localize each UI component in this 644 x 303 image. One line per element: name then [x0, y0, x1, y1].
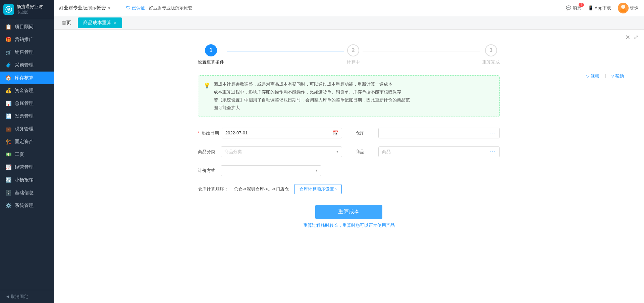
sidebar-item-tax[interactable]: 💼税务管理 [0, 123, 54, 135]
invoice-icon: 🧾 [5, 113, 11, 119]
help-icon: ? [611, 74, 614, 79]
svg-point-4 [620, 9, 626, 12]
sidebar-item-project[interactable]: 📋项目顾问 [0, 20, 54, 33]
warehouse-order-settings-button[interactable]: 仓库计算顺序设置 › [294, 184, 342, 194]
user-profile[interactable]: 珠珠 [618, 3, 639, 13]
sidebar-item-inventory[interactable]: 🏠库存核算 [0, 72, 54, 84]
svg-text:畅: 畅 [7, 8, 10, 11]
category-group: 商品分类 商品分类 ▾ [198, 146, 342, 157]
warehouse-order-label: 仓库计算顺序： [198, 186, 228, 192]
step-1-label: 设置重算条件 [198, 59, 224, 65]
tab-close-icon[interactable]: ✕ [113, 20, 117, 25]
sidebar-item-label: 销售管理 [15, 49, 34, 55]
step-2-label: 计算中 [347, 59, 360, 65]
step-line-1 [227, 51, 344, 51]
expand-window-icon[interactable]: ⤢ [634, 34, 639, 41]
message-button[interactable]: 💬 消息 1 [566, 5, 581, 11]
sidebar-item-basic[interactable]: 🗄️基础信息 [0, 186, 54, 199]
product-more-icon[interactable]: ··· [490, 149, 496, 155]
step-2-circle: 2 [347, 44, 359, 56]
inventory-icon: 🏠 [5, 75, 11, 81]
sidebar-item-label: 税务管理 [15, 126, 34, 132]
message-icon: 💬 [566, 5, 571, 10]
step-2: 2 计算中 [347, 44, 360, 65]
pricing-chevron-icon: ▾ [316, 168, 318, 173]
step-3-number: 3 [490, 47, 493, 53]
info-box: 💡 因成本计算参数调整，或是对商品成本有疑问时，可以通过成本重算功能，重新计算一… [198, 75, 500, 117]
warehouse-more-icon[interactable]: ··· [490, 130, 496, 136]
tabbar: 首页 商品成本重算 ✕ [54, 16, 644, 30]
info-icon: 💡 [204, 81, 210, 112]
start-date-input[interactable]: 2022-07-01 📅 [222, 128, 342, 138]
pricing-select[interactable]: ▾ [221, 165, 321, 176]
recalc-button[interactable]: 重算成本 [315, 205, 382, 219]
form-row-2: 商品分类 商品分类 ▾ 商品 商品 ··· [198, 146, 500, 157]
svg-point-3 [621, 5, 625, 9]
sidebar-item-marketing[interactable]: 🎁营销推广 [0, 33, 54, 46]
account-display-name: 好业财专业版演示帐套 [149, 5, 193, 11]
step-3-circle: 3 [485, 44, 497, 56]
category-label: 商品分类 [198, 149, 218, 155]
sidebar-nav: 📋项目顾问🎁营销推广🛒销售管理🧳采购管理🏠库存核算💰资金管理📊总账管理🧾发票管理… [0, 19, 54, 290]
sidebar-item-expense[interactable]: 🔄小畅报销 [0, 174, 54, 186]
sales-icon: 🛒 [5, 49, 11, 55]
topbar: 好业财专业版演示帐套 ▾ 🛡 已认证 好业财专业版演示帐套 💬 消息 1 📱 A… [54, 0, 644, 16]
play-icon: ▷ [586, 74, 589, 79]
help-label: 帮助 [615, 73, 624, 79]
required-star: * [198, 130, 200, 135]
info-line-2: 成本重算过程中，影响库存账的操作均不能操作，比如进货单、销货单、库存单据不能审核… [214, 88, 410, 96]
sidebar-item-sales[interactable]: 🛒销售管理 [0, 46, 54, 59]
info-text: 因成本计算参数调整，或是对商品成本有疑问时，可以通过成本重算功能，重新计算一遍成… [214, 80, 410, 112]
sidebar-item-label: 资金管理 [15, 88, 34, 94]
recalc-hint: 重算过程耗时较长，重算时您可以正常使用产品 [198, 222, 500, 228]
sidebar-item-label: 营销推广 [15, 37, 34, 43]
category-select[interactable]: 商品分类 ▾ [221, 146, 342, 157]
sidebar-item-accounting[interactable]: 📊总账管理 [0, 97, 54, 110]
product-input[interactable]: 商品 ··· [378, 146, 500, 157]
sidebar-item-finance[interactable]: 💰资金管理 [0, 84, 54, 97]
account-selector[interactable]: 好业财专业版演示帐套 ▾ [59, 5, 119, 11]
start-date-group: * 起始日期 2022-07-01 📅 [198, 128, 342, 138]
operation-icon: 📈 [5, 164, 11, 170]
marketing-icon: 🎁 [5, 37, 11, 43]
account-name: 好业财专业版演示帐套 [59, 5, 106, 11]
warehouse-order-value: 总仓->深圳仓库->...->门店仓 [234, 186, 289, 192]
tab-recalc[interactable]: 商品成本重算 ✕ [78, 17, 122, 28]
step-3: 3 重算完成 [482, 44, 500, 65]
sidebar-item-operation[interactable]: 📈经营管理 [0, 161, 54, 174]
step-3-label: 重算完成 [482, 59, 500, 65]
calendar-icon[interactable]: 📅 [333, 130, 338, 136]
app-download-label: App下载 [595, 5, 611, 11]
form-row-1: * 起始日期 2022-07-01 📅 仓库 ··· [198, 128, 500, 138]
video-link[interactable]: ▷ 视频 [586, 73, 599, 79]
tab-home[interactable]: 首页 [56, 17, 76, 28]
window-controls: ✕ ⤢ [625, 34, 639, 41]
app-download-button[interactable]: 📱 App下载 [588, 5, 611, 11]
accounting-icon: 📊 [5, 100, 11, 106]
basic-icon: 🗄️ [5, 190, 11, 196]
phone-icon: 📱 [588, 5, 593, 10]
sidebar-item-label: 经营管理 [15, 164, 34, 170]
close-window-icon[interactable]: ✕ [625, 34, 630, 41]
sidebar-item-system[interactable]: ⚙️系统管理 [0, 199, 54, 212]
product-placeholder: 商品 [382, 149, 391, 155]
sidebar-item-salary[interactable]: 💵工资 [0, 148, 54, 161]
sidebar-item-label: 采购管理 [15, 62, 34, 68]
sidebar-unpin[interactable]: ◄ 取消固定 [0, 290, 54, 303]
sidebar-item-invoice[interactable]: 🧾发票管理 [0, 110, 54, 123]
sidebar-item-label: 库存核算 [15, 75, 34, 81]
main-content: 好业财专业版演示帐套 ▾ 🛡 已认证 好业财专业版演示帐套 💬 消息 1 📱 A… [54, 0, 644, 303]
sidebar-item-purchase[interactable]: 🧳采购管理 [0, 59, 54, 72]
app-subtitle: 专业版 [17, 10, 43, 15]
sidebar-item-fixed_assets[interactable]: 🏗️固定资产 [0, 135, 54, 148]
expense-icon: 🔄 [5, 177, 11, 183]
warehouse-input[interactable]: ··· [378, 128, 500, 138]
verified-text: 已认证 [132, 5, 145, 11]
sidebar-title-group: 畅捷通好业财 专业版 [17, 4, 43, 15]
step-2-number: 2 [352, 47, 355, 53]
help-link[interactable]: ? 帮助 [611, 73, 624, 79]
warehouse-order-row: 仓库计算顺序： 总仓->深圳仓库->...->门店仓 仓库计算顺序设置 › [198, 184, 500, 194]
tab-home-label: 首页 [62, 20, 71, 26]
salary-icon: 💵 [5, 152, 11, 158]
pricing-label: 计价方式 [198, 168, 218, 174]
